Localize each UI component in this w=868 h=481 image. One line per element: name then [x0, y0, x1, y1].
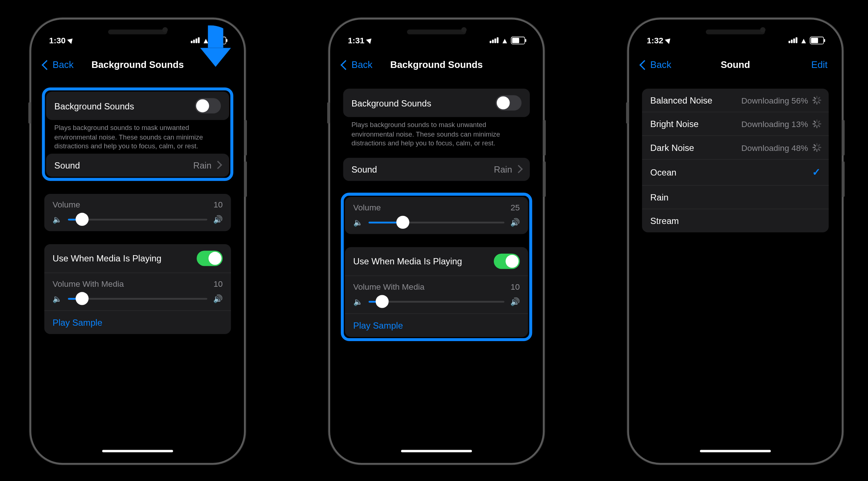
status-time: 1:30 — [49, 36, 66, 45]
sound-option-label: Stream — [650, 216, 821, 226]
volume-value: 25 — [511, 203, 520, 212]
download-status: Downloading 13% — [741, 119, 808, 129]
volume-with-media-value: 10 — [214, 279, 223, 288]
volume-with-media-slider[interactable]: 🔈 🔊 — [52, 294, 223, 303]
status-bar: 1:32 ▲ — [635, 34, 836, 47]
volume-with-media-value: 10 — [511, 282, 520, 291]
play-sample-button[interactable]: Play Sample — [345, 313, 528, 337]
annotation-highlight-bottom: Volume 25 🔈 🔊 — [341, 192, 532, 341]
sound-option-label: Ocean — [650, 167, 812, 177]
sound-value: Rain — [193, 160, 212, 170]
volume-low-icon: 🔈 — [52, 294, 62, 303]
sound-option-row[interactable]: Bright NoiseDownloading 13% — [642, 112, 829, 135]
sound-option-row[interactable]: Ocean✓ — [642, 159, 829, 185]
media-card: Use When Media Is Playing Volume With Me… — [44, 244, 231, 334]
background-sounds-toggle-row[interactable]: Background Sounds — [343, 89, 530, 117]
volume-with-media-label: Volume With Media — [52, 279, 124, 288]
background-sounds-toggle[interactable] — [496, 95, 522, 111]
volume-low-icon: 🔈 — [353, 297, 363, 306]
phone-3: 1:32 ▲ Back Sound Edit — [627, 18, 843, 464]
background-sounds-label: Background Sounds — [351, 98, 496, 108]
background-sounds-toggle-row[interactable]: Background Sounds — [46, 92, 229, 120]
volume-slider[interactable]: 🔈 🔊 — [353, 218, 520, 227]
sound-option-label: Dark Noise — [650, 142, 741, 152]
loading-spinner-icon — [812, 119, 820, 128]
status-bar: 1:31 ▲ — [336, 34, 537, 47]
background-sounds-description: Plays background sounds to mask unwanted… — [343, 117, 530, 151]
download-status: Downloading 48% — [741, 143, 808, 152]
location-icon — [67, 36, 74, 44]
volume-low-icon: 🔈 — [353, 218, 363, 227]
phone-2: 1:31 ▲ Back Background Sounds — [328, 18, 544, 464]
phone-1: 1:30 ▲ Back Background Sounds — [30, 18, 246, 464]
sound-option-row[interactable]: Balanced NoiseDownloading 56% — [642, 89, 829, 112]
sound-row[interactable]: Sound Rain — [343, 158, 530, 181]
location-icon — [665, 36, 672, 44]
background-sounds-label: Background Sounds — [54, 101, 195, 111]
status-time: 1:32 — [647, 36, 663, 45]
annotation-arrow-icon — [200, 25, 231, 67]
navigation-bar: Back Sound Edit — [635, 53, 836, 77]
sound-label: Sound — [54, 160, 193, 170]
background-sounds-description: Plays background sounds to mask unwanted… — [46, 120, 229, 153]
volume-with-media-slider[interactable]: 🔈 🔊 — [353, 297, 520, 306]
battery-icon — [511, 36, 525, 44]
cellular-signal-icon — [191, 37, 200, 43]
chevron-right-icon — [214, 161, 222, 169]
location-icon — [366, 36, 373, 44]
navigation-bar: Back Background Sounds — [336, 53, 537, 77]
volume-label: Volume — [52, 199, 80, 209]
volume-high-icon: 🔊 — [510, 218, 520, 227]
use-when-media-row[interactable]: Use When Media Is Playing — [44, 244, 231, 272]
edit-button[interactable]: Edit — [811, 60, 827, 70]
sound-option-label: Balanced Noise — [650, 95, 741, 105]
sound-option-label: Bright Noise — [650, 119, 741, 129]
page-title: Sound — [635, 60, 836, 70]
volume-high-icon: 🔊 — [213, 215, 223, 224]
front-camera — [163, 27, 168, 32]
volume-card: Volume 10 🔈 🔊 — [44, 194, 231, 231]
volume-with-media-label: Volume With Media — [353, 282, 424, 291]
cellular-signal-icon — [789, 37, 798, 43]
sound-label: Sound — [351, 164, 494, 174]
use-when-media-toggle[interactable] — [197, 250, 223, 266]
download-status: Downloading 56% — [741, 95, 808, 105]
volume-card: Volume 25 🔈 🔊 — [345, 196, 528, 234]
home-indicator[interactable] — [700, 450, 771, 452]
wifi-icon: ▲ — [501, 36, 508, 44]
wifi-icon: ▲ — [800, 36, 807, 44]
volume-high-icon: 🔊 — [213, 294, 223, 303]
sound-row[interactable]: Sound Rain — [46, 153, 229, 177]
volume-low-icon: 🔈 — [52, 215, 62, 224]
annotation-highlight-top: Background Sounds Plays background sound… — [42, 87, 233, 181]
use-when-media-label: Use When Media Is Playing — [353, 256, 494, 266]
home-indicator[interactable] — [401, 450, 472, 452]
front-camera — [461, 27, 466, 32]
page-title: Background Sounds — [336, 60, 537, 70]
sound-option-row[interactable]: Dark NoiseDownloading 48% — [642, 135, 829, 159]
volume-high-icon: 🔊 — [510, 297, 520, 306]
sound-option-label: Rain — [650, 192, 821, 202]
checkmark-icon: ✓ — [812, 166, 821, 178]
status-time: 1:31 — [348, 36, 364, 45]
volume-label: Volume — [353, 203, 381, 212]
front-camera — [760, 27, 765, 32]
battery-icon — [810, 36, 824, 44]
chevron-right-icon — [514, 165, 523, 173]
volume-value: 10 — [214, 199, 223, 209]
volume-slider[interactable]: 🔈 🔊 — [52, 215, 223, 224]
background-sounds-toggle[interactable] — [195, 98, 221, 113]
use-when-media-toggle[interactable] — [494, 253, 520, 269]
media-card: Use When Media Is Playing Volume With Me… — [345, 247, 528, 337]
loading-spinner-icon — [812, 143, 820, 152]
use-when-media-row[interactable]: Use When Media Is Playing — [345, 247, 528, 275]
sound-list: Balanced NoiseDownloading 56%Bright Nois… — [642, 89, 829, 232]
play-sample-button[interactable]: Play Sample — [44, 310, 231, 334]
home-indicator[interactable] — [102, 450, 173, 452]
cellular-signal-icon — [490, 37, 499, 43]
sound-option-row[interactable]: Rain — [642, 185, 829, 209]
sound-option-row[interactable]: Stream — [642, 209, 829, 232]
sound-value: Rain — [494, 164, 512, 174]
use-when-media-label: Use When Media Is Playing — [52, 253, 197, 263]
loading-spinner-icon — [812, 96, 820, 105]
